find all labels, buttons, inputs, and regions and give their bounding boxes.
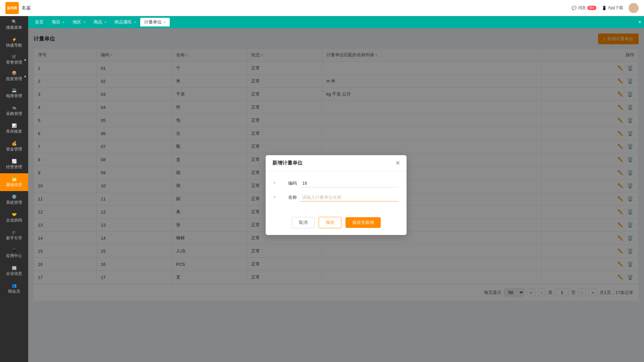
modal-footer: 取消 保存 保存并新增 (266, 213, 407, 235)
sidebar-item-cooperation[interactable]: 🤝 企业协同 (0, 209, 28, 227)
tab-close-project[interactable]: × (62, 20, 64, 24)
sidebar-item-ecommerce[interactable]: 💻 电商管理 (0, 84, 28, 102)
sidebar-item-finance[interactable]: 💰 资金管理 (0, 138, 28, 156)
wholesale-icon: 📦 (12, 71, 17, 75)
sidebar-item-basic[interactable]: 🗂️ 基础信息 (0, 173, 28, 191)
modal-header: 新增计量单位 ✕ (266, 155, 407, 171)
tab-close-unit[interactable]: × (164, 20, 166, 24)
modal-title: 新增计量单位 (272, 160, 303, 166)
app-icon: 📱 (602, 6, 607, 10)
tab-goods[interactable]: 商品 × (90, 18, 110, 26)
system-icon: ⚙️ (12, 194, 17, 199)
save-and-new-button[interactable]: 保存并新增 (345, 217, 381, 228)
app-download-label: App下载 (608, 5, 623, 11)
code-label: 编码 (277, 180, 297, 186)
message-btn[interactable]: 💬 消息 99+ (572, 5, 596, 11)
sidebar-item-wholesale[interactable]: 📦 批发管理 ▼ (0, 68, 28, 84)
tab-unit[interactable]: 计量单位 × (140, 18, 170, 26)
save-button[interactable]: 保存 (319, 217, 341, 228)
tab-close-goods-attr[interactable]: × (134, 20, 136, 24)
logo-area: 益优质 名鉴 (5, 2, 31, 14)
sidebar-item-nav[interactable]: ⚡ 快捷导航 (0, 34, 28, 52)
sidebar-item-membership[interactable]: 👥 辖会员 (0, 280, 28, 298)
code-input[interactable] (300, 179, 398, 187)
enterprise-icon: 🏢 (12, 265, 17, 270)
search-icon: 🔍 (12, 19, 17, 24)
finance-icon: 💰 (12, 141, 17, 146)
main-layout: 🔍 搜索菜单 ⚡ 快捷导航 🛒 零售管理 ▼ 📦 批发管理 ▼ 💻 电商管理 🛍… (0, 16, 644, 362)
name-label: 名称 (277, 194, 297, 200)
form-row-code: * 编码 (274, 179, 398, 187)
sidebar-item-purchase[interactable]: 🛍 采购管理 (0, 102, 28, 120)
retail-icon: 🛒 (12, 54, 17, 59)
required-mark-code: * (274, 181, 275, 186)
cancel-button[interactable]: 取消 (292, 217, 315, 228)
form-row-name: * 名称 (274, 193, 398, 201)
appcenter-icon: 📱 (12, 248, 17, 252)
header-right: 💬 消息 99+ 📱 App下载 (572, 3, 639, 13)
tabs-close-all-btn[interactable]: × (638, 19, 641, 25)
modal-close-btn[interactable]: ✕ (395, 160, 400, 166)
logo-icon: 益优质 (5, 2, 19, 14)
modal-overlay: 新增计量单位 ✕ * 编码 * 名称 (28, 28, 644, 362)
chevron-down-icon: ▼ (23, 58, 27, 62)
ecommerce-icon: 💻 (12, 88, 17, 93)
required-mark-name: * (274, 195, 275, 200)
app-download-btn[interactable]: 📱 App下载 (602, 5, 623, 11)
nav-icon: ⚡ (12, 37, 17, 42)
basic-icon: 🗂️ (12, 177, 17, 181)
sidebar: 🔍 搜索菜单 ⚡ 快捷导航 🛒 零售管理 ▼ 📦 批发管理 ▼ 💻 电商管理 🛍… (0, 16, 28, 362)
membership-icon: 👥 (12, 283, 17, 288)
tabs-bar: 首页 项目 × 地区 × 商品 × 商品属性 × 计量单位 × × (28, 16, 644, 28)
tab-home[interactable]: 首页 (31, 18, 48, 26)
message-icon: 💬 (572, 6, 577, 10)
message-label: 消息 (578, 5, 586, 11)
modal-body: * 编码 * 名称 (266, 171, 407, 213)
newbie-icon: 🎓 (12, 230, 17, 235)
sidebar-item-operation[interactable]: 📈 经营管理 (0, 156, 28, 173)
tab-close-region[interactable]: × (83, 20, 85, 24)
chevron-down-icon: ▼ (23, 74, 27, 78)
cooperation-icon: 🤝 (12, 212, 17, 217)
logo-text: 名鉴 (21, 5, 31, 11)
tab-goods-attr[interactable]: 商品属性 × (110, 18, 140, 26)
content-area: 首页 项目 × 地区 × 商品 × 商品属性 × 计量单位 × × (28, 16, 644, 362)
tab-project[interactable]: 项目 × (48, 18, 68, 26)
inventory-icon: 📊 (12, 123, 17, 128)
tab-close-goods[interactable]: × (104, 20, 106, 24)
sidebar-item-search[interactable]: 🔍 搜索菜单 (0, 16, 28, 34)
sidebar-item-retail[interactable]: 🛒 零售管理 ▼ (0, 52, 28, 68)
page-content: 计量单位 + 新增计量单位 序号 编码⇅ 名称⇅ 状态⇅ 计量单位匹配的名称列表… (28, 28, 644, 362)
sidebar-item-inventory[interactable]: 📊 库存核算 (0, 120, 28, 138)
sidebar-item-system[interactable]: ⚙️ 系统管理 (0, 191, 28, 209)
purchase-icon: 🛍 (12, 106, 16, 110)
tab-region[interactable]: 地区 × (68, 18, 89, 26)
sidebar-item-newbie[interactable]: 🎓 新手引导 (0, 227, 28, 244)
message-badge: 99+ (587, 6, 596, 10)
sidebar-item-enterprise[interactable]: 🏢 企业信息 (0, 262, 28, 280)
top-header: 益优质 名鉴 💬 消息 99+ 📱 App下载 (0, 0, 644, 16)
name-input[interactable] (300, 193, 398, 201)
sidebar-item-appcenter[interactable]: 📱 应用中心 (0, 244, 28, 262)
operation-icon: 📈 (12, 159, 17, 164)
modal-add-unit: 新增计量单位 ✕ * 编码 * 名称 (266, 155, 407, 235)
avatar[interactable] (629, 3, 639, 13)
